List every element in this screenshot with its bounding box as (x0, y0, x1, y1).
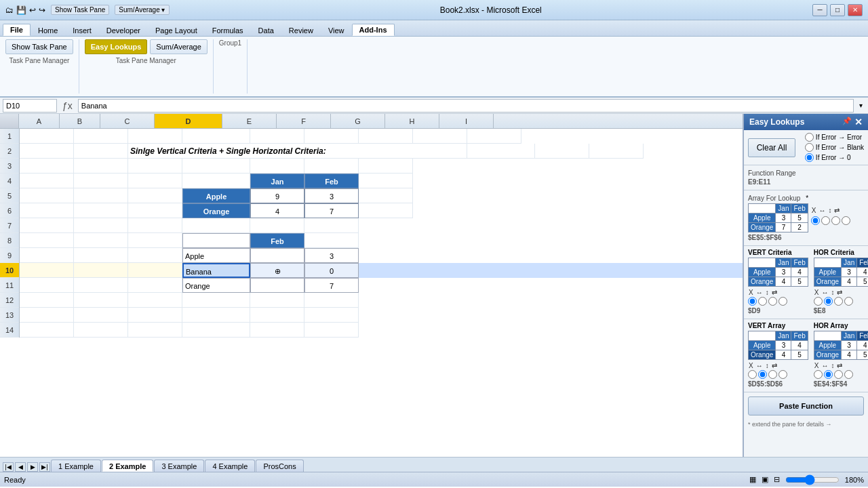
cell-C6[interactable] (128, 203, 182, 218)
ha-x[interactable]: X (814, 361, 820, 370)
view-pagebreak-btn[interactable]: ⊟ (774, 475, 780, 484)
row-2[interactable]: 2 (0, 144, 19, 159)
cell-E1[interactable] (250, 129, 304, 144)
row-8[interactable]: 8 (0, 233, 19, 248)
task-pane-btn[interactable]: Show Task Pane (51, 5, 109, 15)
vc-ud[interactable]: ↕ (765, 288, 770, 297)
cell-G1[interactable] (359, 129, 413, 144)
if-error-zero-option[interactable]: If Error → 0 (805, 153, 864, 162)
col-I[interactable]: I (439, 114, 494, 128)
cell-A5[interactable] (20, 188, 74, 203)
cell-D5-apple[interactable]: Apple (182, 188, 250, 203)
cell-C11[interactable] (128, 278, 182, 293)
cell-I1[interactable] (467, 129, 521, 144)
cell-D10-banana[interactable]: Banana (182, 263, 250, 278)
array-radio2[interactable] (821, 216, 830, 225)
arr-lr1[interactable]: ↔ (818, 206, 826, 215)
minimize-btn[interactable]: ─ (812, 4, 827, 16)
cell-D8[interactable] (182, 233, 250, 248)
window-controls[interactable]: ─ □ ✕ (812, 4, 863, 16)
row-12[interactable]: 12 (0, 293, 19, 308)
sheet-tab-3example[interactable]: 3 Example (154, 460, 204, 472)
tab-view[interactable]: View (321, 24, 352, 36)
maximize-btn[interactable]: □ (830, 4, 845, 16)
cell-E13[interactable] (250, 308, 304, 323)
sheet-nav-prev[interactable]: ◀ (15, 462, 26, 472)
cell-F1[interactable] (304, 129, 359, 144)
tab-home[interactable]: Home (31, 24, 65, 36)
cell-C9[interactable] (128, 248, 182, 263)
hc-lr[interactable]: ↔ (821, 288, 829, 297)
arr-ud1[interactable]: ↕ (827, 206, 832, 215)
cell-A12[interactable] (20, 293, 74, 308)
sheet-nav[interactable]: |◀ ◀ ▶ ▶| (3, 462, 50, 472)
quick-access-redo[interactable]: ↪ (39, 5, 45, 15)
cell-A4[interactable] (20, 174, 74, 188)
vc-r1[interactable] (748, 297, 757, 306)
cell-B14[interactable] (74, 323, 128, 338)
hc-swap[interactable]: ⇄ (836, 288, 843, 297)
cell-E9[interactable] (250, 248, 304, 263)
cell-F6[interactable]: 7 (304, 203, 359, 218)
cell-A6[interactable] (20, 203, 74, 218)
cell-B1[interactable] (74, 129, 128, 144)
cell-D11-orange[interactable]: Orange (182, 278, 250, 293)
cell-E4-jan[interactable]: Jan (250, 174, 304, 188)
vc-swap[interactable]: ⇄ (771, 288, 778, 297)
cell-B13[interactable] (74, 308, 128, 323)
cell-F2[interactable] (589, 144, 644, 159)
cell-D6-orange[interactable]: Orange (182, 203, 250, 218)
tab-insert[interactable]: Insert (65, 24, 99, 36)
cell-F3[interactable] (304, 159, 359, 174)
ha-r1[interactable] (814, 370, 823, 379)
arr-swap1[interactable]: ⇄ (833, 206, 840, 215)
tab-file[interactable]: File (3, 24, 31, 36)
cell-B7[interactable] (74, 218, 128, 233)
quick-access-undo[interactable]: ↩ (29, 5, 36, 15)
cell-B9[interactable] (74, 248, 128, 263)
va-lr[interactable]: ↔ (755, 361, 764, 370)
cell-G6[interactable] (359, 203, 413, 218)
cell-D13[interactable] (182, 308, 250, 323)
row-9[interactable]: 9 (0, 248, 19, 263)
tab-formulas[interactable]: Formulas (205, 24, 251, 36)
row-10[interactable]: 10 (0, 263, 19, 278)
cell-D1[interactable] (182, 129, 250, 144)
cell-B10[interactable] (74, 263, 128, 278)
tab-developer[interactable]: Developer (99, 24, 148, 36)
sheet-tab-2example[interactable]: 2 Example (102, 460, 153, 472)
va-ud[interactable]: ↕ (765, 361, 770, 370)
cell-D12[interactable] (182, 293, 250, 308)
cell-A10[interactable] (20, 263, 74, 278)
cell-G4[interactable] (359, 174, 413, 188)
panel-pin-btn[interactable]: 📌 (842, 117, 852, 127)
sum-average-btn[interactable]: Sum/Average ▾ (115, 5, 169, 15)
cell-B2[interactable] (74, 144, 128, 159)
hc-x[interactable]: X (814, 288, 820, 297)
cell-C5[interactable] (128, 188, 182, 203)
vc-r3[interactable] (768, 297, 777, 306)
cell-A3[interactable] (20, 159, 74, 174)
va-r1[interactable] (748, 370, 757, 379)
cell-B5[interactable] (74, 188, 128, 203)
va-r4[interactable] (778, 370, 787, 379)
row-5[interactable]: 5 (0, 188, 19, 203)
col-G[interactable]: G (331, 114, 385, 128)
arr-x1[interactable]: X (811, 206, 817, 215)
cell-C12[interactable] (128, 293, 182, 308)
cell-H1[interactable] (413, 129, 467, 144)
cell-E12[interactable] (250, 293, 304, 308)
easy-lookups-btn[interactable]: Easy Lookups (85, 39, 148, 54)
va-swap[interactable]: ⇄ (771, 361, 778, 370)
cell-C3[interactable] (128, 159, 182, 174)
cell-D7[interactable] (182, 218, 250, 233)
cell-C1[interactable] (128, 129, 182, 144)
cell-D14[interactable] (182, 323, 250, 338)
cell-F13[interactable] (304, 308, 359, 323)
row-7[interactable]: 7 (0, 218, 19, 233)
sheet-tab-4example[interactable]: 4 Example (205, 460, 255, 472)
if-error-error-option[interactable]: If Error → Error (805, 133, 864, 142)
show-task-pane-btn[interactable]: Show Task Pane (5, 39, 73, 54)
cell-F14[interactable] (304, 323, 359, 338)
sheet-nav-last[interactable]: ▶| (39, 462, 50, 472)
